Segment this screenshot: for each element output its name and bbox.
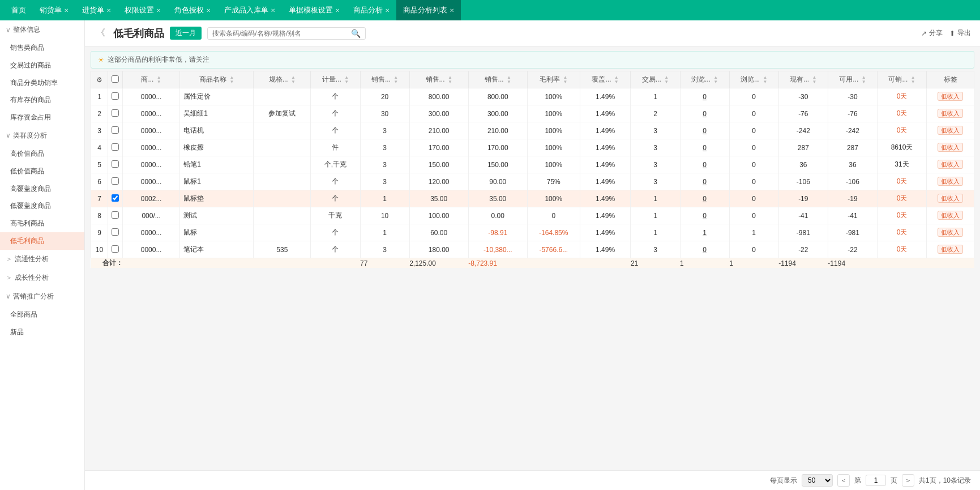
nav-purchase-order[interactable]: 进货单 ✕ <box>75 0 118 20</box>
row-name[interactable]: 吴细细1 <box>180 105 254 122</box>
nav-product-in-close[interactable]: ✕ <box>271 7 275 14</box>
row-checkbox[interactable] <box>112 211 119 219</box>
row-name[interactable]: 鼠标垫 <box>180 190 254 207</box>
row-name[interactable]: 鼠标 <box>180 224 254 241</box>
nav-home[interactable]: 首页 <box>5 0 33 20</box>
sidebar-item-new-products[interactable]: 新品 <box>0 323 84 341</box>
row-browse1[interactable]: 0 <box>680 241 729 258</box>
nav-product-analysis-list[interactable]: 商品分析列表 ✕ <box>396 0 461 20</box>
row-browse1[interactable]: 0 <box>680 105 729 122</box>
prev-page-button[interactable]: ＜ <box>837 474 850 487</box>
row-name[interactable]: 测试 <box>180 207 254 224</box>
sidebar-group-circulation[interactable]: ＞ 流通性分析 <box>0 250 84 269</box>
row-checkbox[interactable] <box>112 126 119 134</box>
sidebar-group-overall[interactable]: ∨ 整体信息 <box>0 20 84 39</box>
sidebar-item-low-value[interactable]: 低价值商品 <box>0 163 84 180</box>
nav-sales-order-close[interactable]: ✕ <box>64 7 69 14</box>
nav-template-settings[interactable]: 单据模板设置 ✕ <box>282 0 346 20</box>
sidebar-item-in-stock[interactable]: 有库存的商品 <box>0 91 84 109</box>
col-available-stock[interactable]: 可用... ▲▼ <box>828 71 877 88</box>
search-input[interactable] <box>212 29 351 37</box>
nav-purchase-order-close[interactable]: ✕ <box>106 7 111 14</box>
row-browse1[interactable]: 0 <box>680 207 729 224</box>
row-name[interactable]: 铅笔1 <box>180 156 254 173</box>
row-browse1[interactable]: 0 <box>680 122 729 139</box>
col-spec[interactable]: 规格... ▲▼ <box>254 71 311 88</box>
col-current-stock[interactable]: 现有... ▲▼ <box>778 71 828 88</box>
nav-permission-settings[interactable]: 权限设置 ✕ <box>118 0 168 20</box>
sidebar-group-marketing[interactable]: ∨ 营销推广分析 <box>0 287 84 306</box>
row-available-stock: -22 <box>828 241 877 258</box>
col-name[interactable]: 商品名称 ▲▼ <box>180 71 254 88</box>
row-name[interactable]: 鼠标1 <box>180 173 254 190</box>
nav-permission-close[interactable]: ✕ <box>156 7 161 14</box>
sort-icon-available-stock: ▲▼ <box>862 75 866 84</box>
sidebar-item-all-products[interactable]: 全部商品 <box>0 306 84 323</box>
col-settings[interactable]: ⚙ <box>91 71 108 88</box>
row-checkbox[interactable] <box>112 143 119 151</box>
share-button[interactable]: ↗ 分享 <box>921 28 943 38</box>
per-page-select[interactable]: 10 20 50 100 <box>802 474 833 487</box>
row-sales-profit: 150.00 <box>468 156 527 173</box>
sidebar-item-low-margin[interactable]: 低毛利商品 <box>0 232 84 250</box>
nav-template-close[interactable]: ✕ <box>335 7 340 14</box>
row-gross-margin: 0 <box>527 207 580 224</box>
row-name[interactable]: 笔记本 <box>180 241 254 258</box>
row-transaction: 2 <box>631 105 680 122</box>
row-browse1[interactable]: 1 <box>680 224 729 241</box>
nav-role-auth-close[interactable]: ✕ <box>206 7 211 14</box>
row-browse1[interactable]: 0 <box>680 173 729 190</box>
col-coverage[interactable]: 覆盖... ▲▼ <box>580 71 631 88</box>
row-checkbox[interactable] <box>112 92 119 100</box>
nav-product-analysis[interactable]: 商品分析 ✕ <box>346 0 396 20</box>
col-transaction[interactable]: 交易... ▲▼ <box>631 71 680 88</box>
row-name[interactable]: 橡皮擦 <box>180 139 254 156</box>
page-number-input[interactable] <box>866 475 886 486</box>
nav-role-auth[interactable]: 角色授权 ✕ <box>168 0 217 20</box>
sidebar-item-high-value[interactable]: 高价值商品 <box>0 145 84 163</box>
select-all-checkbox[interactable] <box>112 75 119 83</box>
row-checkbox[interactable] <box>112 109 119 117</box>
col-sellable-days[interactable]: 可销... ▲▼ <box>877 71 926 88</box>
row-browse1[interactable]: 0 <box>680 88 729 105</box>
export-button[interactable]: ⬆ 导出 <box>949 28 971 38</box>
next-page-button[interactable]: ＞ <box>902 474 914 487</box>
row-checkbox[interactable] <box>112 228 119 236</box>
col-browse2[interactable]: 浏览... ▲▼ <box>729 71 778 88</box>
col-unit[interactable]: 计量... ▲▼ <box>311 71 360 88</box>
col-sales-amount[interactable]: 销售... ▲▼ <box>409 71 468 88</box>
nav-product-analysis-close[interactable]: ✕ <box>385 7 390 14</box>
nav-product-in[interactable]: 产成品入库单 ✕ <box>217 0 282 20</box>
sidebar-item-sales-products[interactable]: 销售类商品 <box>0 39 84 57</box>
sort-icon-coverage: ▲▼ <box>614 75 619 84</box>
col-sales-profit[interactable]: 销售... ▲▼ <box>468 71 527 88</box>
col-browse1[interactable]: 浏览... ▲▼ <box>680 71 729 88</box>
row-name[interactable]: 属性定价 <box>180 88 254 105</box>
chevron-right-icon: ＞ <box>6 254 12 264</box>
row-tag: 低收入 <box>927 190 974 207</box>
col-sales-qty[interactable]: 销售... ▲▼ <box>360 71 409 88</box>
sidebar-item-traded-products[interactable]: 交易过的商品 <box>0 57 84 74</box>
nav-product-analysis-list-close[interactable]: ✕ <box>450 7 454 14</box>
sidebar-group-cluster[interactable]: ∨ 类群度分析 <box>0 126 84 145</box>
sidebar-item-high-coverage[interactable]: 高覆盖度商品 <box>0 180 84 198</box>
row-browse1[interactable]: 0 <box>680 156 729 173</box>
row-checkbox[interactable] <box>112 177 119 185</box>
row-checkbox[interactable] <box>112 160 119 168</box>
sidebar-group-growth[interactable]: ＞ 成长性分析 <box>0 269 84 287</box>
row-browse1[interactable]: 0 <box>680 190 729 207</box>
sidebar-item-category-sales-rate[interactable]: 商品分类助销率 <box>0 74 84 92</box>
period-button[interactable]: 近一月 <box>170 27 202 40</box>
col-code[interactable]: 商... ▲▼ <box>123 71 180 88</box>
row-transaction: 1 <box>631 224 680 241</box>
sidebar-collapse-button[interactable]: 《 <box>94 25 108 41</box>
row-browse1[interactable]: 0 <box>680 139 729 156</box>
sidebar-item-stock-capital[interactable]: 库存资金占用 <box>0 109 84 126</box>
row-name[interactable]: 电话机 <box>180 122 254 139</box>
row-checkbox[interactable] <box>112 194 119 202</box>
nav-sales-order[interactable]: 销货单 ✕ <box>33 0 75 20</box>
sidebar-item-low-coverage[interactable]: 低覆盖度商品 <box>0 197 84 215</box>
sidebar-item-high-margin[interactable]: 高毛利商品 <box>0 215 84 232</box>
col-gross-margin[interactable]: 毛利率 ▲▼ <box>527 71 580 88</box>
row-checkbox[interactable] <box>112 245 119 253</box>
